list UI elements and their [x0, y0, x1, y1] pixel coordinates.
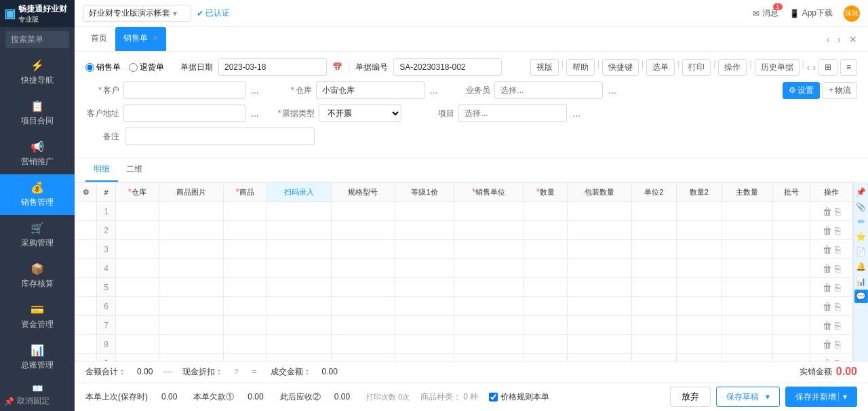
- row-qty[interactable]: [524, 354, 567, 361]
- right-icon-3[interactable]: ✏: [854, 215, 868, 229]
- row-price[interactable]: [395, 354, 454, 361]
- row-qty2[interactable]: [677, 278, 722, 297]
- address-input[interactable]: [123, 104, 245, 122]
- row-warehouse[interactable]: [116, 278, 159, 297]
- row-main-qty[interactable]: [722, 297, 772, 316]
- list-view-button[interactable]: ≡: [840, 59, 857, 76]
- select-order-button[interactable]: 选单: [646, 59, 675, 76]
- row-unit[interactable]: [454, 335, 524, 354]
- row-unit[interactable]: [454, 297, 524, 316]
- prev-record-button[interactable]: ‹: [807, 59, 810, 76]
- row-main-qty[interactable]: [722, 335, 772, 354]
- right-icon-4[interactable]: ⭐: [854, 230, 868, 243]
- row-spec[interactable]: [331, 259, 395, 278]
- row-qty[interactable]: [524, 240, 567, 259]
- row-qty[interactable]: [524, 202, 567, 221]
- row-main-qty[interactable]: [722, 316, 772, 335]
- row-spec[interactable]: [331, 316, 395, 335]
- row-product[interactable]: [223, 221, 267, 240]
- row-batch[interactable]: [772, 221, 810, 240]
- row-spec[interactable]: [331, 297, 395, 316]
- row-spec[interactable]: [331, 278, 395, 297]
- row-price[interactable]: [395, 297, 454, 316]
- row-unit[interactable]: [454, 240, 524, 259]
- copy-row-icon[interactable]: ⎘: [835, 206, 840, 217]
- app-download-button[interactable]: 📱 App下载: [789, 7, 833, 19]
- row-unit[interactable]: [454, 259, 524, 278]
- row-scan[interactable]: [267, 221, 331, 240]
- operations-button[interactable]: 操作: [718, 59, 747, 76]
- save-new-button[interactable]: 保存并新增 ▾: [785, 387, 857, 407]
- tab-next-button[interactable]: ›: [835, 33, 844, 46]
- row-spec[interactable]: [331, 221, 395, 240]
- copy-row-icon[interactable]: ⎘: [835, 339, 840, 350]
- delete-row-icon[interactable]: 🗑: [823, 339, 832, 350]
- copy-row-icon[interactable]: ⎘: [835, 225, 840, 236]
- copy-row-icon[interactable]: ⎘: [835, 282, 840, 293]
- view-button[interactable]: 视版: [530, 59, 559, 76]
- sidebar-item-project[interactable]: 📋 项目合同: [0, 93, 75, 134]
- row-warehouse[interactable]: [116, 316, 159, 335]
- row-qty[interactable]: [524, 221, 567, 240]
- row-unit[interactable]: [454, 316, 524, 335]
- right-icon-8[interactable]: 💬: [854, 290, 868, 303]
- row-main-qty[interactable]: [722, 278, 772, 297]
- row-unit2[interactable]: [631, 221, 676, 240]
- col-settings[interactable]: ⚙: [75, 183, 97, 202]
- grid-view-button[interactable]: ⊞: [818, 59, 837, 76]
- row-qty2[interactable]: [677, 354, 722, 361]
- price-rule-checkbox[interactable]: [489, 393, 498, 402]
- row-unit[interactable]: [454, 202, 524, 221]
- discount-help-icon[interactable]: ?: [234, 368, 238, 376]
- help-button[interactable]: 帮助: [566, 59, 595, 76]
- search-menu-button[interactable]: 搜索菜单: [5, 31, 69, 48]
- delete-row-icon[interactable]: 🗑: [823, 206, 832, 217]
- tab-home[interactable]: 首页: [83, 27, 115, 51]
- sidebar-item-quick-nav[interactable]: ⚡ 快捷导航: [0, 52, 75, 93]
- warehouse-picker-icon[interactable]: ...: [430, 85, 438, 96]
- row-warehouse[interactable]: [116, 221, 159, 240]
- radio-sale[interactable]: 销售单: [85, 62, 121, 73]
- row-scan[interactable]: [267, 278, 331, 297]
- row-batch[interactable]: [772, 316, 810, 335]
- sidebar-item-sales[interactable]: 💰 销售管理: [0, 174, 75, 215]
- row-price[interactable]: [395, 240, 454, 259]
- row-product[interactable]: [223, 278, 267, 297]
- row-product[interactable]: [223, 240, 267, 259]
- row-pkg-qty[interactable]: [567, 335, 631, 354]
- right-icon-1[interactable]: 📌: [854, 185, 868, 199]
- sidebar-item-inventory[interactable]: 📦 库存核算: [0, 256, 75, 296]
- row-batch[interactable]: [772, 354, 810, 361]
- row-qty[interactable]: [524, 259, 567, 278]
- row-pkg-qty[interactable]: [567, 354, 631, 361]
- copy-row-icon[interactable]: ⎘: [835, 263, 840, 274]
- row-spec[interactable]: [331, 240, 395, 259]
- row-main-qty[interactable]: [722, 202, 772, 221]
- row-unit2[interactable]: [631, 354, 676, 361]
- row-main-qty[interactable]: [722, 259, 772, 278]
- row-qty2[interactable]: [677, 259, 722, 278]
- row-spec[interactable]: [331, 335, 395, 354]
- sidebar-item-ledger[interactable]: 📊 总账管理: [0, 337, 75, 378]
- user-avatar-button[interactable]: 珠珠: [844, 5, 860, 22]
- row-batch[interactable]: [772, 297, 810, 316]
- row-qty[interactable]: [524, 335, 567, 354]
- row-batch[interactable]: [772, 240, 810, 259]
- radio-sale-input[interactable]: [85, 63, 94, 72]
- row-price[interactable]: [395, 259, 454, 278]
- row-batch[interactable]: [772, 202, 810, 221]
- delete-row-icon[interactable]: 🗑: [823, 263, 832, 274]
- copy-row-icon[interactable]: ⎘: [835, 244, 840, 255]
- row-product[interactable]: [223, 316, 267, 335]
- row-scan[interactable]: [267, 240, 331, 259]
- row-product[interactable]: [223, 297, 267, 316]
- row-unit2[interactable]: [631, 297, 676, 316]
- row-unit2[interactable]: [631, 278, 676, 297]
- delete-row-icon[interactable]: 🗑: [823, 225, 832, 236]
- bill-date-input[interactable]: 2023-03-18: [218, 58, 327, 76]
- calendar-icon[interactable]: 📅: [332, 62, 342, 72]
- remark-input[interactable]: [125, 128, 315, 145]
- row-unit2[interactable]: [631, 259, 676, 278]
- row-price[interactable]: [395, 221, 454, 240]
- settings-button[interactable]: ⚙ 设置: [783, 82, 820, 99]
